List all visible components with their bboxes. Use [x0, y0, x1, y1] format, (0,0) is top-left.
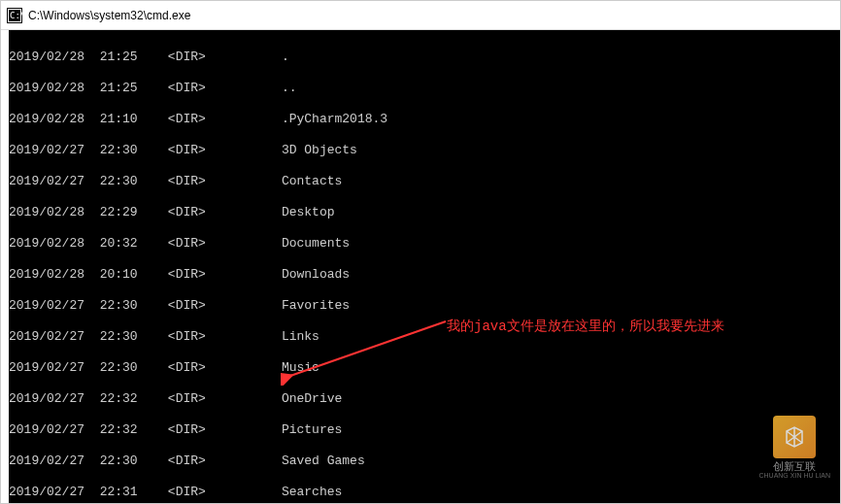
dir-entry: 2019/02/27 22:32 <DIR> Pictures — [9, 422, 840, 438]
dir-entry: 2019/02/28 21:25 <DIR> .. — [9, 81, 840, 96]
terminal-area[interactable]: 2019/02/28 21:25 <DIR> . 2019/02/28 21:2… — [1, 30, 840, 503]
svg-text:C:\: C:\ — [10, 11, 22, 20]
dir-entry: 2019/02/27 22:30 <DIR> Music — [9, 360, 840, 376]
dir-entry: 2019/02/28 20:10 <DIR> Downloads — [9, 267, 840, 283]
cmd-icon: C:\ — [7, 8, 22, 23]
dir-entry: 2019/02/27 22:30 <DIR> Contacts — [9, 174, 840, 189]
dir-entry: 2019/02/27 22:31 <DIR> Searches — [9, 485, 840, 500]
window-title: C:\Windows\system32\cmd.exe — [28, 9, 190, 22]
dir-entry: 2019/02/27 22:30 <DIR> Favorites — [9, 298, 840, 314]
dir-entry: 2019/02/28 20:32 <DIR> Documents — [9, 236, 840, 252]
cmd-window: C:\ C:\Windows\system32\cmd.exe 2019/02/… — [0, 0, 841, 504]
dir-entry: 2019/02/27 22:30 <DIR> 3D Objects — [9, 143, 840, 158]
dir-entry: 2019/02/28 21:10 <DIR> .PyCharm2018.3 — [9, 112, 840, 127]
annotation-text: 我的java文件是放在这里的，所以我要先进来 — [447, 318, 724, 335]
dir-entry: 2019/02/27 22:30 <DIR> Saved Games — [9, 454, 840, 469]
dir-entry: 2019/02/27 22:32 <DIR> OneDrive — [9, 391, 840, 407]
titlebar[interactable]: C:\ C:\Windows\system32\cmd.exe — [1, 1, 840, 30]
dir-entry: 2019/02/28 21:25 <DIR> . — [9, 50, 840, 65]
dir-entry: 2019/02/28 22:29 <DIR> Desktop — [9, 205, 840, 220]
